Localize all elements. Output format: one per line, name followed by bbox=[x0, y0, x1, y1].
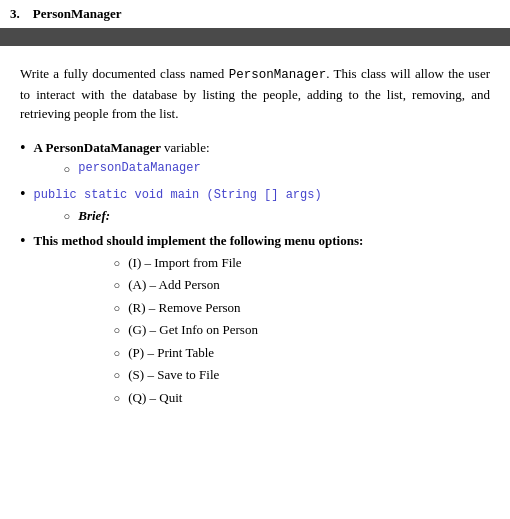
content-area: Write a fully documented class named Per… bbox=[0, 48, 510, 430]
sub-item-2-1-text: Brief: bbox=[78, 206, 110, 226]
bullet-content-1: A PersonDataManager variable: ○ personDa… bbox=[34, 138, 490, 180]
sub-item-1-1-text: personDataManager bbox=[78, 159, 200, 177]
deep-sub-bullet-P: ○ bbox=[114, 345, 121, 362]
deep-sub-bullet-G: ○ bbox=[114, 322, 121, 339]
deep-sub-text-A: (A) – Add Person bbox=[128, 275, 219, 295]
deep-sub-item-R: ○ (R) – Remove Person bbox=[114, 298, 490, 318]
page-container: 3. PersonManager Write a fully documente… bbox=[0, 0, 510, 519]
dark-bar bbox=[0, 28, 510, 46]
deep-sub-bullet-R: ○ bbox=[114, 300, 121, 317]
deep-sub-text-R: (R) – Remove Person bbox=[128, 298, 240, 318]
section-number: 3. bbox=[10, 6, 20, 21]
sub-bullet-2-1: ○ bbox=[64, 208, 71, 225]
bullet-content-3: This method should implement the followi… bbox=[34, 231, 490, 410]
deep-sub-text-Q: (Q) – Quit bbox=[128, 388, 182, 408]
deep-sub-item-S: ○ (S) – Save to File bbox=[114, 365, 490, 385]
sub-bullet-1-1: ○ bbox=[64, 161, 71, 178]
bullet-dot-3: • bbox=[20, 231, 26, 250]
deep-sub-bullet-I: ○ bbox=[114, 255, 121, 272]
deep-sub-text-P: (P) – Print Table bbox=[128, 343, 214, 363]
page-title: PersonManager bbox=[33, 6, 122, 21]
deep-sub-item-G: ○ (G) – Get Info on Person bbox=[114, 320, 490, 340]
deep-sub-bullet-A: ○ bbox=[114, 277, 121, 294]
deep-sub-text-I: (I) – Import from File bbox=[128, 253, 241, 273]
bullet-item-2: • public static void main (String [] arg… bbox=[20, 184, 490, 228]
bullet3-label: This method should implement the followi… bbox=[34, 233, 364, 248]
bullet1-label-bold: A PersonDataManager variable: bbox=[34, 140, 210, 155]
deep-sub-item-P: ○ (P) – Print Table bbox=[114, 343, 490, 363]
deep-sub-text-G: (G) – Get Info on Person bbox=[128, 320, 258, 340]
deep-sub-bullet-Q: ○ bbox=[114, 390, 121, 407]
deep-sub-text-S: (S) – Save to File bbox=[128, 365, 219, 385]
bullet-item-3: • This method should implement the follo… bbox=[20, 231, 490, 410]
deep-sub-bullet-S: ○ bbox=[114, 367, 121, 384]
main-bullet-list: • A PersonDataManager variable: ○ person… bbox=[20, 138, 490, 411]
bullet-dot-2: • bbox=[20, 184, 26, 203]
intro-classname: PersonManager bbox=[229, 68, 327, 82]
sub-item-2-1: ○ Brief: bbox=[64, 206, 490, 226]
sub-list-1: ○ personDataManager bbox=[64, 159, 490, 178]
sub-item-1-1: ○ personDataManager bbox=[64, 159, 490, 178]
deep-sub-item-I: ○ (I) – Import from File bbox=[114, 253, 490, 273]
sub-list-2: ○ Brief: bbox=[64, 206, 490, 226]
section-header: 3. PersonManager bbox=[0, 0, 510, 26]
deep-sub-item-A: ○ (A) – Add Person bbox=[114, 275, 490, 295]
deep-sub-item-Q: ○ (Q) – Quit bbox=[114, 388, 490, 408]
intro-text-before: Write a fully documented class named bbox=[20, 66, 229, 81]
bullet-dot-1: • bbox=[20, 138, 26, 157]
deep-sub-list: ○ (I) – Import from File ○ (A) – Add Per… bbox=[114, 253, 490, 408]
bullet-item-1: • A PersonDataManager variable: ○ person… bbox=[20, 138, 490, 180]
bullet2-label-code: public static void main (String [] args) bbox=[34, 188, 322, 202]
intro-paragraph: Write a fully documented class named Per… bbox=[20, 64, 490, 124]
bullet-content-2: public static void main (String [] args)… bbox=[34, 184, 490, 228]
